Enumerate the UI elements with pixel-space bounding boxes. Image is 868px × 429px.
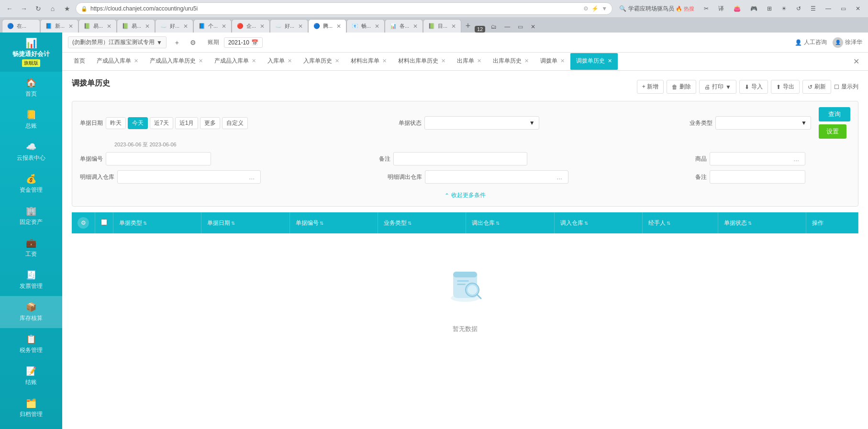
inner-tab-close-icon[interactable]: ✕ (477, 58, 481, 64)
period-selector[interactable]: 2021-10 📅 (224, 37, 263, 48)
inner-tab-close-icon[interactable]: ✕ (382, 58, 387, 64)
th-settings[interactable]: ⚙ (72, 212, 95, 233)
inner-tab-close-icon[interactable]: ✕ (608, 58, 612, 64)
th-in-warehouse[interactable]: 调入仓库 ⇅ (554, 212, 642, 233)
select-all-checkbox[interactable] (101, 219, 107, 225)
wallet-button[interactable]: 👛 (730, 3, 745, 14)
inner-tab-close-icon[interactable]: ✕ (252, 58, 256, 64)
service-button[interactable]: 👤 人工咨询 (795, 38, 827, 46)
browser-tab-7[interactable]: 🔴 企... ✕ (232, 19, 270, 33)
delete-button[interactable]: 🗑 删除 (667, 80, 696, 94)
new-tab-button[interactable]: + (461, 19, 475, 33)
import-button[interactable]: ⬇ 导入 (739, 80, 768, 94)
browser-tab-10[interactable]: 📧 畅... ✕ (346, 19, 385, 33)
browser-tab-2[interactable]: 📘 新... ✕ (40, 19, 78, 33)
print-button[interactable]: 🖨 打印 ▼ (699, 80, 736, 94)
th-biz-type[interactable]: 业务类型 ⇅ (378, 212, 466, 233)
inner-tab-11[interactable]: 调拨单历史 ✕ (570, 53, 618, 70)
th-doc-no[interactable]: 单据编号 ⇅ (289, 212, 378, 233)
add-company-button[interactable]: + (171, 37, 183, 48)
inner-tab-close-icon[interactable]: ✕ (441, 58, 445, 64)
minimize-button[interactable]: — (822, 3, 835, 14)
status-select[interactable]: ▼ (424, 116, 539, 130)
tab-close-icon[interactable]: ✕ (260, 23, 265, 30)
tab-close-icon[interactable]: ✕ (68, 23, 73, 30)
browser-tab-4[interactable]: 📗 易... ✕ (117, 19, 155, 33)
goods-input[interactable]: ... (710, 152, 805, 165)
search-button[interactable]: 🔍 学霸应聘场驱鸟员 🔥 热搜 (615, 3, 698, 14)
date-btn-more[interactable]: 更多 (200, 117, 220, 129)
date-btn-7days[interactable]: 近7天 (150, 117, 173, 129)
inner-tab-3[interactable]: 产成品入库单 ✕ (209, 53, 262, 70)
browser-tab-5[interactable]: ☁️ 好... ✕ (155, 19, 193, 33)
new-button[interactable]: + 新增 (637, 80, 664, 94)
inner-tab-close-icon[interactable]: ✕ (134, 58, 138, 64)
inner-tab-4[interactable]: 入库单 ✕ (262, 53, 298, 70)
filter-settings-button[interactable]: 设置 (819, 124, 846, 139)
close-window-button[interactable]: ✕ (852, 3, 864, 14)
doc-no-input[interactable] (106, 152, 211, 165)
tab-close-icon[interactable]: ✕ (336, 23, 341, 30)
th-doc-type[interactable]: 单据类型 ⇅ (113, 212, 201, 233)
sidebar-item-ledger[interactable]: 📒 总账 (0, 104, 62, 136)
user-info[interactable]: 👤 徐泽华 (833, 37, 862, 48)
inner-tab-2[interactable]: 产成品入库单历史 ✕ (144, 53, 209, 70)
date-btn-1month[interactable]: 近1月 (175, 117, 199, 129)
tab-close-icon[interactable]: ✕ (145, 23, 150, 30)
browser-tab-11[interactable]: 📊 各... ✕ (385, 19, 423, 33)
refresh-button[interactable]: ↺ 刷新 (802, 80, 831, 94)
sidebar-item-settings[interactable]: ⚙️ 基础设置 (0, 424, 62, 429)
tab-list-button[interactable]: 🗂 (487, 21, 501, 33)
window-close[interactable]: ✕ (527, 21, 539, 33)
export-button[interactable]: ⬆ 导出 (771, 80, 800, 94)
brightness-button[interactable]: ☀ (778, 3, 790, 14)
address-bar[interactable]: 🔒 https://cloud.chanjet.com/accounting/u… (76, 2, 612, 15)
display-cols-toggle[interactable]: ☐ 显示列 (834, 83, 858, 91)
reload-button[interactable]: ↻ (33, 3, 44, 14)
inner-tab-close-icon[interactable]: ✕ (335, 58, 339, 64)
browser-tab-1[interactable]: 🔵 在... (2, 19, 40, 33)
query-button[interactable]: 查询 (819, 107, 850, 121)
inner-tab-close-icon[interactable]: ✕ (524, 58, 529, 64)
home-button[interactable]: ⌂ (47, 3, 58, 14)
inner-tab-close-icon[interactable]: ✕ (199, 58, 203, 64)
browser-tab-6[interactable]: 📘 个... ✕ (193, 19, 232, 33)
inner-tab-10[interactable]: 调拨单 ✕ (534, 53, 570, 70)
inner-tab-5[interactable]: 入库单历史 ✕ (298, 53, 345, 70)
tab-close-icon[interactable]: ✕ (183, 23, 188, 30)
sidebar-item-capital[interactable]: 💰 资金管理 (0, 168, 62, 200)
bookmark-button[interactable]: ★ (61, 3, 73, 14)
sidebar-item-close[interactable]: 📝 结账 (0, 360, 62, 392)
translate-button[interactable]: 译 (714, 3, 728, 14)
company-settings-button[interactable]: ⚙ (188, 37, 199, 48)
collapse-filter-button[interactable]: ⌃ 收起更多条件 (80, 188, 850, 200)
inner-tab-close-icon[interactable]: ✕ (560, 58, 565, 64)
remark-input[interactable] (393, 152, 527, 165)
tab-close-icon[interactable]: ✕ (222, 23, 226, 30)
inner-tab-7[interactable]: 材料出库单历史 ✕ (392, 53, 451, 70)
inner-tab-9[interactable]: 出库单历史 ✕ (487, 53, 534, 70)
tab-close-icon[interactable]: ✕ (413, 23, 418, 30)
table-gear-icon[interactable]: ⚙ (78, 217, 89, 229)
date-btn-today[interactable]: 今天 (128, 117, 148, 129)
sidebar-item-home[interactable]: 🏠 首页 (0, 72, 62, 104)
inner-tab-6[interactable]: 材料出库单 ✕ (345, 53, 392, 70)
window-controls[interactable]: — (501, 21, 514, 33)
inner-tab-8[interactable]: 出库单 ✕ (451, 53, 487, 70)
in-warehouse-input[interactable]: ... (117, 170, 261, 184)
note-input[interactable] (710, 170, 805, 184)
back-button[interactable]: ← (4, 3, 15, 14)
menu-button[interactable]: ☰ (807, 3, 820, 14)
forward-button[interactable]: → (18, 3, 30, 14)
tab-close-icon[interactable]: ✕ (375, 23, 379, 30)
sidebar-item-report[interactable]: ☁️ 云报表中心 (0, 136, 62, 168)
history-button[interactable]: ↺ (792, 3, 805, 14)
sidebar-item-asset[interactable]: 🏢 固定资产 (0, 200, 62, 232)
inner-tab-close-icon[interactable]: ✕ (288, 58, 292, 64)
biz-type-select[interactable]: ▼ (715, 116, 811, 130)
close-all-tabs-button[interactable]: ✕ (850, 57, 862, 66)
inner-tab-1[interactable]: 产成品入库单 ✕ (91, 53, 144, 70)
sidebar-item-archive[interactable]: 🗂️ 归档管理 (0, 392, 62, 424)
maximize-button[interactable]: ▭ (837, 3, 850, 14)
th-handler[interactable]: 经手人 ⇅ (643, 212, 718, 233)
